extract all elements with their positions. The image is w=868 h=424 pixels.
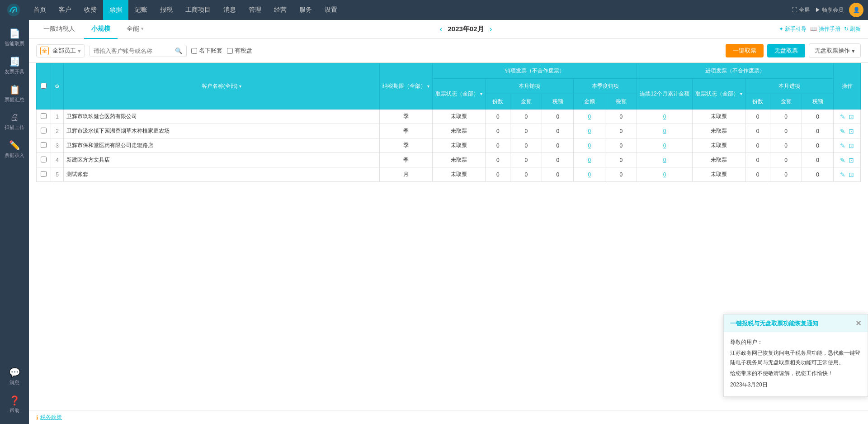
th-purchase-status: 取票状态（全部） ▾ [692, 79, 745, 110]
sidebar-item-message[interactable]: 💬 消息 [1, 363, 28, 390]
sidebar-item-invoice-summary[interactable]: 📋 票据汇总 [1, 81, 28, 107]
nav-client[interactable]: 客户 [52, 0, 78, 20]
tab-general-taxpayer[interactable]: 一般纳税人 [36, 20, 82, 39]
no-disk-ops-btn[interactable]: 无盘取票操作 ▾ [809, 43, 861, 58]
top-nav: 首页 客户 收费 票据 记账 报税 工商项目 消息 管理 经营 服务 设置 ⛶ … [0, 0, 868, 20]
sidebar-item-invoice-open[interactable]: 🧾 发票开具 [1, 52, 28, 79]
row-checkbox-3[interactable] [37, 153, 51, 167]
th-purchase-month-count: 份数 [745, 94, 770, 110]
row-sale-quarter-amount-0: 0 [574, 110, 605, 124]
sub-nav: 一般纳税人 小规模 全能 ▾ ‹ 2023年02月 › ✦ 新手引导 📖 操作手… [29, 20, 868, 39]
th-purchase-month-tax: 税额 [802, 94, 834, 110]
one-click-ticket-btn[interactable]: 一键取票 [726, 44, 764, 57]
tab-all-dropdown-icon: ▾ [141, 26, 144, 32]
row-sale-quarter-tax-0: 0 [605, 110, 637, 124]
th-sale-year: 连续12个月累计金额 [637, 79, 692, 110]
no-disk-ticket-btn[interactable]: 无盘取票 [767, 44, 805, 57]
row-detail-icon-0[interactable]: ⊡ [849, 113, 854, 120]
status-link[interactable]: 税务政策 [40, 414, 62, 421]
row-detail-icon-4[interactable]: ⊡ [849, 171, 854, 178]
sidebar-item-scan-upload[interactable]: 🖨 扫描上传 [1, 109, 28, 134]
row-checkbox-1[interactable] [37, 124, 51, 138]
employee-select[interactable]: 全 全部员工 ▾ [36, 44, 85, 57]
row-purchase-status-3: 未取票 [692, 153, 745, 167]
toolbar: 全 全部员工 ▾ 🔍 名下账套 有税盘 一键取票 无盘取票 无盘取票操作 ▾ [29, 39, 868, 63]
main-table: ⚙ 客户名称(全部) ▾ 纳税期限（全部） ▾ 销项发票（不合作废票） 进项发票… [36, 63, 861, 182]
nav-bookkeeping[interactable]: 记账 [128, 0, 154, 20]
row-sale-year-3: 0 [637, 153, 692, 167]
nav-tax[interactable]: 报税 [154, 0, 179, 20]
nav-fee[interactable]: 收费 [78, 0, 103, 20]
nav-invoice[interactable]: 票据 [103, 0, 128, 20]
member-btn[interactable]: ▶ 畅享会员 [815, 6, 844, 14]
row-checkbox-2[interactable] [37, 138, 51, 153]
row-num-2: 3 [51, 138, 64, 153]
nav-message[interactable]: 消息 [217, 0, 242, 20]
th-sale-status: 取票状态（全部） ▾ [432, 79, 485, 110]
row-sale-quarter-amount-3: 0 [574, 153, 605, 167]
row-actions-2: ✎ ⊡ [834, 138, 861, 153]
search-input[interactable] [90, 45, 171, 57]
manual-btn[interactable]: 📖 操作手册 [810, 25, 840, 33]
row-checkbox-0[interactable] [37, 110, 51, 124]
nav-business[interactable]: 工商项目 [179, 0, 217, 20]
notif-close-btn[interactable]: ✕ [855, 319, 861, 328]
nav-home[interactable]: 首页 [27, 0, 52, 20]
row-actions-1: ✎ ⊡ [834, 124, 861, 138]
row-edit-icon-4[interactable]: ✎ [840, 171, 845, 178]
tab-all[interactable]: 全能 ▾ [119, 20, 151, 39]
th-sale-month-count: 份数 [486, 94, 510, 110]
row-edit-icon-0[interactable]: ✎ [840, 113, 845, 120]
top-nav-right: ⛶ 全屏 ▶ 畅享会员 👤 [792, 3, 863, 17]
nav-business2[interactable]: 经营 [268, 0, 293, 20]
row-detail-icon-2[interactable]: ⊡ [849, 142, 854, 149]
row-detail-icon-1[interactable]: ⊡ [849, 128, 854, 135]
row-detail-icon-3[interactable]: ⊡ [849, 157, 854, 164]
th-sale-quarter-tax: 税额 [605, 94, 637, 110]
row-edit-icon-2[interactable]: ✎ [840, 142, 845, 149]
th-checkbox [37, 63, 51, 110]
row-sale-month-amount-2: 0 [510, 138, 542, 153]
row-purchase-status-0: 未取票 [692, 110, 745, 124]
row-num-0: 1 [51, 110, 64, 124]
tab-small-scale[interactable]: 小规模 [84, 20, 118, 39]
checkbox-my-accounts[interactable]: 名下账套 [191, 47, 222, 55]
row-sale-year-4: 0 [637, 167, 692, 182]
nav-service[interactable]: 服务 [293, 0, 318, 20]
row-num-4: 5 [51, 167, 64, 182]
checkbox-my-accounts-label: 名下账套 [199, 47, 222, 55]
sidebar-label-message: 消息 [9, 379, 19, 386]
sidebar-label-scan-upload: 扫描上传 [5, 124, 24, 131]
nav-manage[interactable]: 管理 [242, 0, 268, 20]
row-sale-month-count-1: 0 [486, 124, 510, 138]
row-period-0: 季 [379, 110, 432, 124]
row-purchase-month-count-0: 0 [745, 110, 770, 124]
checkbox-has-disk[interactable]: 有税盘 [227, 47, 252, 55]
row-client-0: 卫辉市玖玖健合医药有限公司 [64, 110, 380, 124]
nav-settings[interactable]: 设置 [318, 0, 344, 20]
row-checkbox-4[interactable] [37, 167, 51, 182]
prev-month-btn[interactable]: ‹ [439, 24, 442, 34]
row-sale-month-count-4: 0 [486, 167, 510, 182]
refresh-btn[interactable]: ↻ 刷新 [844, 25, 861, 33]
checkbox-my-accounts-input[interactable] [191, 48, 197, 54]
new-guide-btn[interactable]: ✦ 新手引导 [779, 25, 807, 33]
select-all-checkbox[interactable] [41, 83, 47, 89]
row-period-2: 季 [379, 138, 432, 153]
row-period-1: 季 [379, 124, 432, 138]
next-month-btn[interactable]: › [490, 24, 492, 34]
row-sale-quarter-tax-4: 0 [605, 167, 637, 182]
sub-nav-right: ✦ 新手引导 📖 操作手册 ↻ 刷新 [779, 25, 861, 33]
th-sale-month-tax: 税额 [542, 94, 574, 110]
checkbox-has-disk-input[interactable] [227, 48, 233, 54]
sidebar-item-help[interactable]: ❓ 帮助 [1, 391, 28, 418]
row-sale-quarter-amount-2: 0 [574, 138, 605, 153]
sidebar-item-ticket-entry[interactable]: ✏️ 票据录入 [1, 136, 28, 162]
sidebar-item-smart-ticket[interactable]: 📄 智能取票 [1, 24, 28, 51]
fullscreen-btn[interactable]: ⛶ 全屏 [792, 6, 809, 14]
search-button[interactable]: 🔍 [171, 45, 186, 57]
user-avatar[interactable]: 👤 [849, 3, 863, 17]
row-edit-icon-1[interactable]: ✎ [840, 128, 845, 135]
row-edit-icon-3[interactable]: ✎ [840, 157, 845, 164]
row-sale-month-tax-1: 0 [542, 124, 574, 138]
